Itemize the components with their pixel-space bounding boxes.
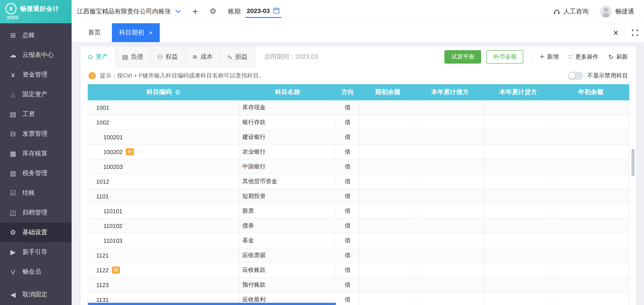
trial-balance-button[interactable]: 试算平衡: [444, 50, 481, 64]
table-row[interactable]: 110102 债券 借: [88, 219, 629, 233]
table-row[interactable]: 110101 股票 借: [88, 204, 629, 219]
cell-ytd-credit: [484, 189, 552, 203]
period-picker[interactable]: 2023-03: [245, 5, 282, 18]
cell-ytd-debit: [416, 292, 484, 305]
cell-name: 其他货币资金: [240, 174, 336, 189]
category-tab[interactable]: ▤ 负债: [116, 47, 150, 67]
header-ytd-debit: 本年累计借方: [416, 84, 484, 100]
sidebar-item[interactable]: ▥ 税务管理: [0, 163, 72, 183]
category-tab[interactable]: ⊙ 资产: [80, 47, 116, 67]
category-tab[interactable]: ≋ 成本: [185, 47, 220, 67]
sidebar-item[interactable]: ⊟ 发票管理: [0, 124, 72, 144]
table-row[interactable]: 1012 其他货币资金 借: [88, 174, 629, 189]
tab-subject-initial-balance[interactable]: 科目期初 ×: [112, 23, 160, 42]
cell-name: 农业银行: [240, 145, 336, 159]
cell-direction: 借: [336, 115, 360, 129]
tip-text: 提示：按Ctrl + F键并输入科目编码或者科目名称可以查找科目。: [100, 72, 264, 80]
table-row[interactable]: 110103 基金 借: [88, 233, 629, 248]
calendar-icon: [273, 7, 280, 14]
cell-name: 应收账款: [240, 263, 336, 277]
cell-name: 预付账款: [240, 278, 336, 292]
cell-year-begin-balance: [552, 159, 629, 174]
more-operations-button[interactable]: ∷ 更多操作: [568, 53, 598, 61]
avatar: [600, 6, 612, 17]
refresh-icon: ↻: [608, 54, 614, 60]
cell-direction: 借: [336, 159, 360, 174]
add-button[interactable]: + 新增: [540, 53, 559, 61]
close-all-tabs-icon[interactable]: ×: [606, 23, 625, 42]
fullscreen-icon[interactable]: [625, 23, 644, 42]
support-button[interactable]: 人工咨询: [553, 8, 588, 16]
sidebar-item[interactable]: ◫ 归档管理: [0, 203, 72, 223]
tab-home[interactable]: 首页: [82, 23, 108, 42]
cell-opening-balance: [360, 278, 416, 292]
member-icon: V: [9, 268, 17, 276]
horizontal-scrollbar[interactable]: [88, 303, 336, 305]
app-logo: ¥ 畅捷通好会计 旗舰版: [0, 0, 72, 23]
table-row[interactable]: 1123 预付账款 借: [88, 278, 629, 292]
cell-year-begin-balance: [552, 219, 629, 233]
sidebar-item[interactable]: ▤ 工资: [0, 104, 72, 124]
category-tabs: ⊙ 资产 ▤ 负债 ⚇ 权益: [80, 47, 255, 67]
cell-opening-balance: [360, 100, 416, 115]
cell-year-begin-balance: [552, 130, 629, 144]
cell-name: 短期投资: [240, 189, 336, 203]
table-row[interactable]: 1121 应收票据 借: [88, 248, 629, 263]
table-row[interactable]: 1001 库存现金 借: [88, 100, 629, 115]
table-row[interactable]: 100201 建设银行 借: [88, 130, 629, 145]
category-tab[interactable]: ⚇ 权益: [150, 47, 185, 67]
vertical-scrollbar[interactable]: [632, 149, 634, 176]
account-settings-gear-icon[interactable]: ⚙: [210, 8, 216, 15]
grid-dots-icon: ∷: [568, 54, 572, 60]
refresh-button[interactable]: ↻ 刷新: [608, 53, 628, 61]
table-row[interactable]: 1122 辅 应收账款 借: [88, 263, 629, 278]
guide-icon: ▶: [9, 248, 17, 256]
cell-direction: 借: [336, 130, 360, 144]
cell-opening-balance: [360, 130, 416, 144]
table-row[interactable]: 1101 短期投资 借: [88, 189, 629, 204]
sidebar-item[interactable]: ☑ 结账: [0, 183, 72, 203]
cell-ytd-debit: [416, 189, 484, 203]
column-settings-gear-icon[interactable]: ⚙: [175, 89, 180, 96]
sidebar-item[interactable]: ☁ 云报表中心: [0, 45, 72, 65]
close-tab-icon[interactable]: ×: [149, 30, 152, 36]
sidebar-item[interactable]: ▦ 库存核算: [0, 144, 72, 163]
company-selector[interactable]: 江西服宝精品有限责任公司内账张: [77, 8, 181, 16]
user-menu[interactable]: 畅捷通: [600, 6, 634, 17]
cell-ytd-credit: [484, 278, 552, 292]
sidebar-item[interactable]: ⌂ 固定资产: [0, 85, 72, 104]
cost-icon: ≋: [192, 53, 197, 60]
unpin-icon: ◀: [9, 291, 17, 299]
cell-ytd-debit: [416, 100, 484, 115]
cell-ytd-credit: [484, 248, 552, 262]
cell-ytd-debit: [416, 159, 484, 174]
sidebar-item[interactable]: ⚙ 基础设置: [0, 223, 72, 242]
sidebar-item[interactable]: ¥ 资金管理: [0, 65, 72, 85]
category-tab[interactable]: ∿ 损益: [220, 47, 255, 67]
add-account-set-icon[interactable]: +: [192, 7, 198, 16]
page-tabbar: 首页 科目期初 × ×: [72, 23, 644, 42]
cell-ytd-debit: [416, 204, 484, 218]
cell-code: 1121: [88, 248, 240, 262]
table-row[interactable]: 1002 银行存款 借: [88, 115, 629, 130]
table-row[interactable]: 100203 中国银行 借: [88, 159, 629, 174]
cell-ytd-credit: [484, 263, 552, 277]
app-window: ¥ 畅捷通好会计 旗舰版 ⊞ 总账 ☁ 云报表中心 ¥ 资金管理: [0, 0, 644, 305]
cell-year-begin-balance: [552, 278, 629, 292]
panel-toolbar: ⊙ 资产 ▤ 负债 ⚇ 权益: [80, 47, 636, 67]
hide-disabled-toggle[interactable]: 不显示禁用科目: [568, 72, 628, 80]
liability-icon: ▤: [122, 53, 128, 60]
sidebar-item[interactable]: V 畅会员: [0, 262, 72, 282]
cell-direction: 借: [336, 219, 360, 233]
toggle-track[interactable]: [568, 72, 583, 80]
table-row[interactable]: 100202 外 农业银行 借: [88, 145, 629, 159]
header-subject-code: 科目编码 ⚙: [88, 84, 240, 100]
sidebar-item[interactable]: ▶ 新手引导: [0, 242, 72, 262]
sidebar-item[interactable]: ⊞ 总账: [0, 26, 72, 45]
subject-initial-panel: ⊙ 资产 ▤ 负债 ⚇ 权益: [80, 47, 636, 305]
cell-code: 1012: [88, 174, 240, 189]
foreign-currency-button[interactable]: 外币金额: [487, 50, 524, 64]
main-area: 江西服宝精品有限责任公司内账张 + ⚙ 账期 2023-03: [72, 0, 644, 305]
cell-direction: 借: [336, 204, 360, 218]
sidebar-unpin-button[interactable]: ◀ 取消固定: [0, 284, 72, 305]
